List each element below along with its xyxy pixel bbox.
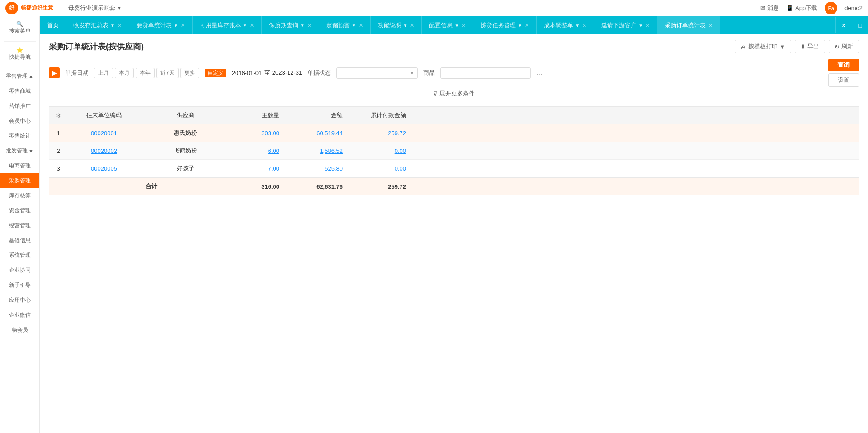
footer-empty-2 [68, 177, 140, 195]
nav-close-icon[interactable]: ✕ [525, 23, 529, 29]
download-icon: 📱 [786, 5, 793, 11]
sidebar-item-purchase[interactable]: 采购管理 [0, 173, 39, 188]
message-button[interactable]: ✉ 消息 [760, 4, 779, 12]
table-header: ⚙ 往来单位编码 供应商 主数量 金额 累计付款金额 [49, 107, 859, 124]
row-paid[interactable]: 0.00 [348, 142, 411, 160]
nav-close-icon[interactable]: ✕ [359, 23, 363, 29]
sidebar-item-finance[interactable]: 资金管理 [0, 203, 39, 218]
nav-item-4[interactable]: 超储预警 ▼ ✕ [319, 16, 371, 34]
close-tab-button[interactable]: ✕ [835, 17, 852, 33]
sidebar-item-membership[interactable]: 会员中心 [0, 114, 39, 128]
nav-close-icon[interactable]: ✕ [708, 23, 712, 29]
sidebar-search[interactable]: 🔍 搜索菜单 [0, 16, 39, 39]
export-button[interactable]: ⬇ 导出 [795, 40, 825, 53]
table-area: ⚙ 往来单位编码 供应商 主数量 金额 累计付款金额 1 00020001 [40, 106, 868, 433]
product-more-icon[interactable]: ... [536, 69, 542, 77]
search-menu-label: 搜索菜单 [3, 27, 37, 35]
query-button[interactable]: 查询 [828, 59, 859, 71]
row-empty [411, 160, 859, 178]
sidebar-item-newbie[interactable]: 新手引导 [0, 278, 39, 293]
nav-item-7[interactable]: 拣货任务管理 ▼ ✕ [473, 16, 537, 34]
sidebar-item-app-center[interactable]: 应用中心 [0, 293, 39, 308]
sidebar-item-wholesale[interactable]: 批发管理 ▼ [0, 143, 39, 158]
maximize-button[interactable]: □ [852, 17, 868, 33]
date-from: 2016-01-01 [232, 70, 262, 76]
settings-button[interactable]: 设置 [828, 73, 859, 87]
nav-item-label: 拣货任务管理 [481, 21, 516, 29]
sidebar-item-marketing[interactable]: 营销推广 [0, 99, 39, 114]
row-amount[interactable]: 1,586.52 [285, 142, 348, 160]
product-input[interactable] [440, 67, 531, 79]
nav-close-icon[interactable]: ✕ [250, 23, 254, 29]
row-qty[interactable]: 7.00 [231, 160, 285, 178]
sidebar-item-retail-management[interactable]: 零售管理 ▲ [0, 69, 39, 84]
nav-item-1[interactable]: 要货单统计表 ▼ ✕ [129, 16, 193, 34]
nav-home[interactable]: 首页 [40, 16, 66, 34]
shortcut-this-year[interactable]: 本年 [136, 68, 155, 78]
expand-icon: ▼ [28, 148, 34, 154]
user-avatar[interactable]: Ea [825, 2, 837, 14]
nav-close-icon[interactable]: ✕ [582, 23, 586, 29]
refresh-button[interactable]: ↻ 刷新 [829, 40, 859, 53]
nav-close-icon[interactable]: ✕ [181, 23, 185, 29]
nav-item-8[interactable]: 成本调整单 ▼ ✕ [537, 16, 594, 34]
row-code[interactable]: 00020001 [68, 124, 140, 142]
sidebar-shortcut-nav[interactable]: ⭐ 快捷导航 [0, 43, 39, 65]
sidebar-item-label: 会员中心 [9, 118, 31, 124]
filter-toggle-button[interactable]: ▶ [49, 67, 60, 78]
sidebar-item-retail-mall[interactable]: 零售商城 [0, 84, 39, 99]
print-button[interactable]: 🖨 按模板打印 ▼ [735, 40, 791, 53]
shortcut-more[interactable]: 更多 [180, 68, 199, 78]
sidebar-item-label: 零售统计 [9, 133, 31, 139]
sidebar-item-operations[interactable]: 经营管理 [0, 218, 39, 233]
row-paid[interactable]: 259.72 [348, 124, 411, 142]
nav-close-icon[interactable]: ✕ [646, 23, 650, 29]
sidebar-item-chang-member[interactable]: 畅会员 [0, 323, 39, 338]
filter-row-1: ▶ 单据日期 上月 本月 本年 近7天 更多 自定义 2016-01-01 至 … [49, 59, 859, 87]
nav-close-icon[interactable]: ✕ [307, 23, 311, 29]
sidebar-item-enterprise-wechat[interactable]: 企业微信 [0, 308, 39, 323]
expand-icon: ▲ [28, 73, 34, 80]
app-download-button[interactable]: 📱 App下载 [786, 4, 817, 12]
nav-item-10[interactable]: 采购订单统计表 ✕ [657, 16, 720, 34]
shortcut-last-month[interactable]: 上月 [94, 68, 113, 78]
shortcut-this-month[interactable]: 本月 [115, 68, 134, 78]
sidebar-item-basic-info[interactable]: 基础信息 [0, 233, 39, 248]
sidebar-item-enterprise-collab[interactable]: 企业协同 [0, 263, 39, 278]
nav-close-icon[interactable]: ✕ [410, 23, 414, 29]
row-amount[interactable]: 60,519.44 [285, 124, 348, 142]
row-qty[interactable]: 303.00 [231, 124, 285, 142]
expand-label: 展开更多条件 [439, 90, 475, 98]
workspace-selector[interactable]: 母婴行业演示账套 ▼ [68, 4, 122, 12]
user-name: demo2 [844, 5, 863, 11]
sidebar-item-retail-stats[interactable]: 零售统计 [0, 128, 39, 143]
row-code[interactable]: 00020002 [68, 142, 140, 160]
row-qty[interactable]: 6.00 [231, 142, 285, 160]
table-row: 1 00020001 惠氏奶粉 303.00 60,519.44 259.72 [49, 124, 859, 142]
col-paid-header: 累计付款金额 [348, 107, 411, 124]
sidebar-item-label: 经营管理 [9, 222, 31, 228]
nav-item-9[interactable]: 邀请下游客户 ▼ ✕ [594, 16, 657, 34]
sidebar-item-ecommerce[interactable]: 电商管理 [0, 158, 39, 173]
nav-close-icon[interactable]: ✕ [118, 23, 122, 29]
nav-arrow-icon: ▼ [352, 23, 356, 28]
nav-item-5[interactable]: 功能说明 ▼ ✕ [371, 16, 422, 34]
print-label: 按模板打印 [748, 43, 778, 51]
row-amount[interactable]: 525.80 [285, 160, 348, 178]
nav-item-label: 要货单统计表 [137, 21, 172, 29]
sidebar-item-inventory[interactable]: 库存核算 [0, 188, 39, 203]
status-select[interactable] [336, 67, 418, 79]
top-bar-right: ✉ 消息 📱 App下载 Ea demo2 [760, 2, 863, 14]
main-area: 首页 收发存汇总表 ▼ ✕ 要货单统计表 ▼ ✕ 可用量库存账本 ▼ ✕ 保质期… [40, 16, 868, 433]
col-settings-icon[interactable]: ⚙ [54, 111, 62, 119]
nav-item-3[interactable]: 保质期查询 ▼ ✕ [262, 16, 319, 34]
expand-more-button[interactable]: ⊽ 展开更多条件 [49, 87, 859, 100]
nav-item-6[interactable]: 配置信息 ▼ ✕ [422, 16, 473, 34]
nav-item-0[interactable]: 收发存汇总表 ▼ ✕ [66, 16, 129, 34]
nav-item-2[interactable]: 可用量库存账本 ▼ ✕ [193, 16, 262, 34]
nav-close-icon[interactable]: ✕ [462, 23, 466, 29]
row-paid[interactable]: 0.00 [348, 160, 411, 178]
shortcut-7days[interactable]: 近7天 [156, 68, 179, 78]
row-code[interactable]: 00020005 [68, 160, 140, 178]
sidebar-item-system[interactable]: 系统管理 [0, 248, 39, 263]
